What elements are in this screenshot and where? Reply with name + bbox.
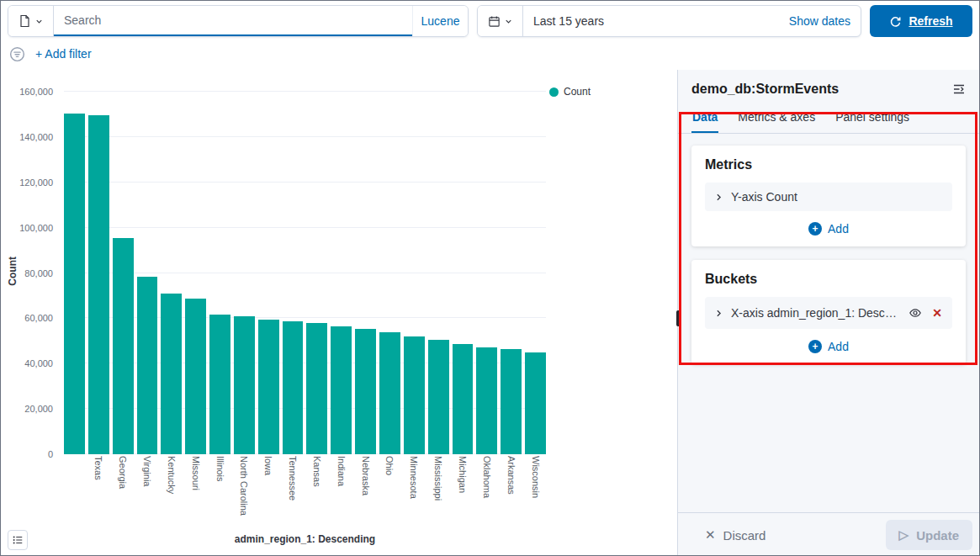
- toggle-visibility-button[interactable]: [907, 304, 924, 321]
- x-axis-label: Iowa: [263, 456, 273, 475]
- chart-bar[interactable]: [283, 321, 304, 454]
- chart-bar[interactable]: [379, 332, 400, 454]
- calendar-icon: [488, 15, 501, 28]
- panel-resize-handle[interactable]: [676, 310, 681, 326]
- chart-bar[interactable]: [355, 329, 376, 455]
- metric-row-y-axis[interactable]: Y-axis Count: [705, 183, 952, 211]
- x-axis-label: Ohio: [384, 456, 395, 475]
- y-tick-label: 40,000: [24, 358, 53, 368]
- plot-area: [64, 92, 546, 454]
- metric-row-label: Y-axis Count: [731, 190, 944, 204]
- buckets-card: Buckets X-axis admin_region_1: Descend..…: [691, 260, 966, 364]
- x-axis-label-cell: Minnesota: [404, 456, 425, 532]
- x-axis-label: Texas: [93, 456, 103, 480]
- y-tick-label: 80,000: [24, 268, 53, 278]
- x-axis-label: Oklahoma: [482, 456, 492, 498]
- y-tick-label: 160,000: [19, 87, 53, 97]
- x-axis-label-cell: Tennessee: [283, 456, 304, 532]
- main-content: Count Count 020,00040,00060,00080,000100…: [1, 70, 979, 556]
- x-axis-label-cell: North Carolina: [234, 456, 255, 532]
- x-axis-label: Missouri: [191, 456, 201, 490]
- bars: [64, 92, 546, 454]
- chart-bar[interactable]: [476, 347, 497, 454]
- chevron-down-icon: [34, 17, 44, 26]
- bucket-row-label: X-axis admin_region_1: Descend...: [731, 306, 900, 320]
- chart-bar[interactable]: [185, 299, 206, 454]
- x-axis-label: North Carolina: [239, 456, 249, 516]
- chart-bar[interactable]: [331, 326, 352, 454]
- filter-bar: + Add filter: [1, 41, 979, 70]
- list-icon: [12, 534, 24, 546]
- x-axis-label-cell: Missouri: [185, 456, 206, 532]
- chart-legend[interactable]: Count: [549, 86, 591, 98]
- y-tick-label: 20,000: [24, 404, 53, 414]
- x-axis-label: Mississippi: [433, 456, 443, 500]
- x-axis-label-cell: Virginia: [137, 456, 158, 532]
- filter-options-button[interactable]: [9, 46, 25, 62]
- x-axis-label: Indiana: [336, 456, 347, 486]
- tab-data[interactable]: Data: [691, 103, 718, 133]
- x-axis-label-cell: Illinois: [209, 456, 230, 532]
- refresh-button-label: Refresh: [908, 14, 952, 28]
- add-filter-button[interactable]: + Add filter: [35, 47, 92, 61]
- chart-bar[interactable]: [64, 114, 85, 454]
- chart-bar[interactable]: [306, 323, 327, 454]
- plus-in-circle-icon: +: [808, 222, 822, 236]
- chart-bar[interactable]: [501, 349, 522, 454]
- chart-bar[interactable]: [428, 340, 449, 454]
- chart-bar[interactable]: [258, 320, 279, 454]
- play-icon: ▷: [899, 527, 909, 543]
- metrics-heading: Metrics: [705, 157, 952, 172]
- query-language-button[interactable]: Lucene: [412, 6, 468, 36]
- remove-x-icon: ✕: [932, 307, 942, 319]
- update-button[interactable]: ▷ Update: [886, 520, 972, 550]
- tab-metrics-axes[interactable]: Metrics & axes: [737, 103, 816, 133]
- cross-icon: ✕: [705, 527, 716, 543]
- saved-query-menu-button[interactable]: [8, 6, 54, 36]
- refresh-icon: [889, 15, 902, 28]
- sidebar-content: Metrics Y-axis Count + Add Buckets: [678, 134, 979, 512]
- search-input[interactable]: [54, 6, 412, 36]
- legend-toggle-button[interactable]: [8, 530, 28, 550]
- y-tick-label: 120,000: [19, 177, 53, 188]
- x-axis-label: Arkansas: [506, 456, 516, 495]
- bucket-row-x-axis[interactable]: X-axis admin_region_1: Descend... ✕: [705, 297, 952, 329]
- date-range-text[interactable]: Last 15 years: [523, 14, 779, 28]
- chart-area: Count Count 020,00040,00060,00080,000100…: [1, 70, 677, 556]
- chart-bar[interactable]: [234, 316, 255, 454]
- x-axis-label-cell: Georgia: [113, 456, 134, 532]
- chart-bar[interactable]: [209, 315, 230, 454]
- chart-bar[interactable]: [137, 277, 158, 454]
- chart-bar[interactable]: [113, 238, 134, 454]
- discard-label: Discard: [723, 528, 766, 543]
- update-label: Update: [916, 528, 959, 543]
- add-metric-button[interactable]: + Add: [803, 221, 854, 236]
- chart-bar[interactable]: [88, 115, 109, 454]
- y-tick-label: 0: [48, 449, 53, 459]
- remove-bucket-button[interactable]: ✕: [930, 305, 944, 320]
- date-picker-menu-button[interactable]: [478, 6, 523, 36]
- panel-title: demo_db:StormEvents: [691, 82, 839, 97]
- show-dates-button[interactable]: Show dates: [779, 14, 861, 28]
- legend-label: Count: [564, 86, 591, 98]
- collapse-sidebar-button[interactable]: [951, 81, 967, 98]
- add-metric-label: Add: [828, 222, 849, 236]
- x-axis-label-cell: Michigan: [453, 456, 474, 532]
- x-axis-label-cell: Ohio: [379, 456, 400, 532]
- sidebar-tabs: Data Metrics & axes Panel settings: [678, 103, 979, 134]
- buckets-heading: Buckets: [705, 272, 952, 287]
- chart-bar[interactable]: [525, 352, 546, 454]
- chart-bar[interactable]: [404, 336, 425, 454]
- chart-bar[interactable]: [453, 344, 474, 454]
- search-bar-group: Lucene: [8, 5, 469, 37]
- x-axis-label: Michigan: [458, 456, 468, 493]
- query-bar: Lucene Last 15 years Show dates Refresh: [1, 1, 979, 41]
- chevron-right-icon: [713, 192, 724, 203]
- tab-panel-settings[interactable]: Panel settings: [834, 103, 910, 133]
- discard-button[interactable]: ✕ Discard: [700, 527, 771, 543]
- add-bucket-button[interactable]: + Add: [803, 339, 854, 354]
- chevron-down-icon: [504, 17, 513, 26]
- date-picker-group: Last 15 years Show dates: [477, 5, 861, 37]
- refresh-button[interactable]: Refresh: [870, 5, 972, 37]
- chart-bar[interactable]: [161, 294, 182, 454]
